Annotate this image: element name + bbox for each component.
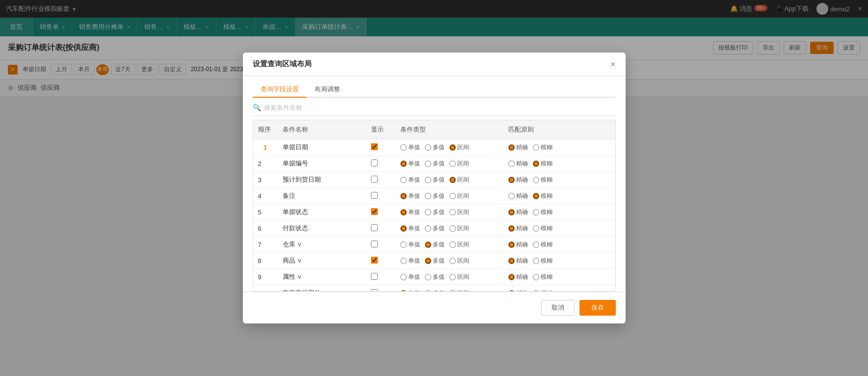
table-row: 9 属性 ∨ 单值 多值 区间 [253,269,615,285]
row-display-6[interactable] [366,221,395,236]
modal-body: 查询字段设置 布局调整 🔍 顺序 条件名称 显示 条件类型 匹配原则 [243,76,626,292]
th-match: 匹配原则 [503,123,602,136]
row-name-1: 单据日期 [278,139,366,155]
row-order-5: 5 [253,205,278,219]
table-row: 1 单据日期 单值 多值 区间 [253,139,615,156]
row-type-1: 单值 多值 区间 [395,140,503,155]
row-match-6: 精确 模糊 [503,221,602,236]
row-order-3: 3 [253,173,278,187]
row-match-7: 精确 模糊 [503,237,602,252]
table-row: 4 备注 单值 多值 区间 [253,188,615,204]
row-type-5: 单值 多值 区间 [395,205,503,220]
display-checkbox-3[interactable] [371,176,378,183]
row-type-8: 单值 多值 区间 [395,253,503,269]
th-name: 条件名称 [278,123,366,136]
row-name-6: 付款状态 [278,220,366,236]
row-order-8: 8 [253,254,278,268]
search-icon: 🔍 [253,104,261,111]
modal-tabs: 查询字段设置 布局调整 [253,76,616,98]
row-name-8: 商品 ∨ [278,253,366,269]
row-display-1[interactable] [366,140,395,155]
display-checkbox-6[interactable] [371,224,378,231]
table-row: 6 付款状态 单值 多值 区间 [253,220,615,237]
modal-close-button[interactable]: × [610,60,616,69]
modal-footer: 取消 保存 [243,292,626,323]
display-checkbox-5[interactable] [371,208,378,215]
display-checkbox-8[interactable] [371,257,378,264]
row-name-2: 单据编号 [278,156,366,171]
table-row: 8 商品 ∨ 单值 多值 区间 [253,253,615,269]
table-row: 5 单据状态 单值 多值 区间 [253,204,615,220]
row-display-9[interactable] [366,269,395,285]
table-row: 7 仓库 ∨ 单值 多值 区间 [253,237,615,253]
row-name-4: 备注 [278,188,366,204]
modal-table-header: 顺序 条件名称 显示 条件类型 匹配原则 [253,120,616,139]
row-type-7: 单值 多值 区间 [395,237,503,252]
modal-title: 设置查询区域布局 [253,59,312,69]
row-name-7: 仓库 ∨ [278,237,366,252]
row-order-1: 1 [253,140,278,155]
row-order-9: 9 [253,270,278,284]
th-order: 顺序 [253,123,278,136]
row-order-6: 6 [253,221,278,236]
table-row: 2 单据编号 单值 多值 区间 [253,156,615,172]
row-name-5: 单据状态 [278,204,366,220]
row-type-6: 单值 多值 区间 [395,221,503,236]
row-type-9: 单值 多值 区间 [395,269,503,285]
modal-header: 设置查询区域布局 × [243,53,626,76]
table-row: 10 有无商品图片 单值 多值 区间 [253,285,615,292]
row-type-10: 单值 多值 区间 [395,286,503,292]
modal-dialog: 设置查询区域布局 × 查询字段设置 布局调整 🔍 顺序 [243,53,626,323]
row-match-9: 精确 模糊 [503,269,602,285]
row-display-5[interactable] [366,205,395,220]
th-type: 条件类型 [395,123,503,136]
row-match-3: 精确 模糊 [503,172,602,188]
display-checkbox-4[interactable] [371,192,378,199]
display-checkbox-1[interactable] [371,143,378,150]
row-display-7[interactable] [366,237,395,252]
row-display-10[interactable] [366,286,395,292]
row-type-4: 单值 多值 区间 [395,188,503,204]
row-name-3: 预计到货日期 [278,172,366,188]
row-match-1: 精确 模糊 [503,140,602,155]
row-name-9: 属性 ∨ [278,269,366,285]
display-checkbox-2[interactable] [371,160,378,166]
row-order-4: 4 [253,189,278,203]
row-display-4[interactable] [366,188,395,204]
row-order-7: 7 [253,238,278,252]
table-row: 3 预计到货日期 单值 多值 区间 [253,172,615,188]
page-background: 采购订单统计表(按供应商) 按模板打印 导出 刷新 查询 设置 > 单据日期 上… [0,36,868,376]
row-match-8: 精确 模糊 [503,253,602,269]
row-display-2[interactable] [366,156,395,171]
modal-tab-query-fields[interactable]: 查询字段设置 [253,82,307,98]
row-display-3[interactable] [366,172,395,188]
modal-table-body: 1 单据日期 单值 多值 区间 [253,139,616,292]
modal-table: 顺序 条件名称 显示 条件类型 匹配原则 1 单据日期 [253,120,616,292]
row-match-2: 精确 模糊 [503,156,602,171]
row-type-3: 单值 多值 区间 [395,172,503,188]
row-name-10: 有无商品图片 [278,285,366,292]
row-type-2: 单值 多值 区间 [395,156,503,171]
row-display-8[interactable] [366,253,395,269]
display-checkbox-9[interactable] [371,273,378,280]
modal-search-bar: 🔍 [253,104,616,116]
row-match-10: 精确 模糊 [503,286,602,292]
th-display: 显示 [366,123,395,136]
save-button[interactable]: 保存 [579,300,616,316]
row-match-4: 精确 模糊 [503,188,602,204]
search-input[interactable] [264,104,616,111]
row-order-2: 2 [253,157,278,171]
row-match-5: 精确 模糊 [503,205,602,220]
display-checkbox-7[interactable] [371,241,378,247]
row-order-10: 10 [253,286,278,292]
modal-tab-layout[interactable]: 布局调整 [307,82,348,98]
modal-overlay: 设置查询区域布局 × 查询字段设置 布局调整 🔍 顺序 [0,0,868,376]
cancel-button[interactable]: 取消 [541,300,575,316]
